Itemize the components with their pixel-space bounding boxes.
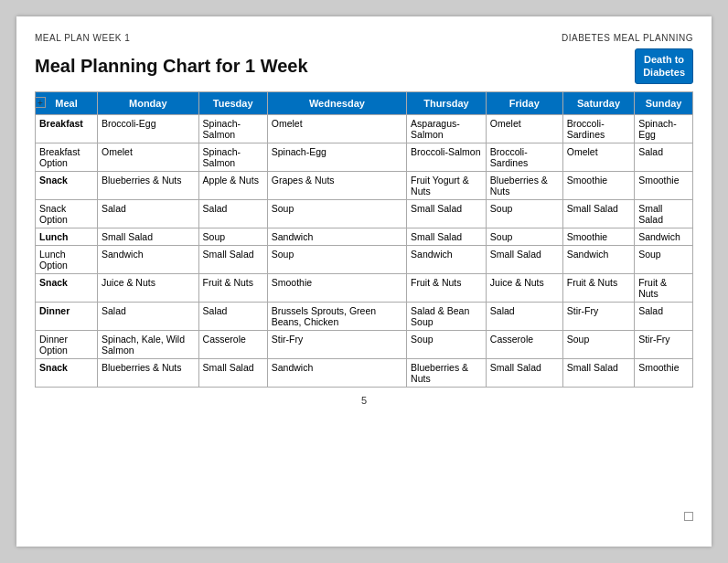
day-cell: Juice & Nuts xyxy=(98,273,199,302)
day-cell: Salad xyxy=(486,302,562,330)
day-cell: Small Salad xyxy=(198,358,267,387)
meal-cell: Snack xyxy=(36,273,98,302)
col-header-thursday: Thursday xyxy=(407,91,487,114)
day-cell: Smoothie xyxy=(267,273,406,302)
day-cell: Blueberries & Nuts xyxy=(98,358,199,387)
day-cell: Casserole xyxy=(486,330,562,358)
day-cell: Fruit & Nuts xyxy=(407,273,487,302)
day-cell: Spinach-Salmon xyxy=(198,114,267,143)
page: MEAL PLAN WEEK 1 DIABETES MEAL PLANNING … xyxy=(16,16,712,547)
meal-cell: Breakfast xyxy=(36,114,98,143)
day-cell: Stir-Fry xyxy=(562,302,634,330)
day-cell: Sandwich xyxy=(98,245,199,273)
day-cell: Soup xyxy=(486,199,562,228)
meal-cell: Dinner xyxy=(36,302,98,330)
day-cell: Small Salad xyxy=(98,228,199,245)
col-header-wednesday: Wednesday xyxy=(267,91,406,114)
expand-icon[interactable]: + xyxy=(35,97,46,108)
table-row: Breakfast OptionOmeletSpinach-SalmonSpin… xyxy=(36,143,693,171)
day-cell: Juice & Nuts xyxy=(486,273,562,302)
day-cell: Brussels Sprouts, Green Beans, Chicken xyxy=(267,302,406,330)
meal-cell: Lunch xyxy=(36,228,98,245)
day-cell: Small Salad xyxy=(198,245,267,273)
day-cell: Salad xyxy=(635,302,693,330)
logo-badge: Death to Diabetes xyxy=(635,48,693,84)
day-cell: Spinach-Salmon xyxy=(198,143,267,171)
day-cell: Smoothie xyxy=(562,228,634,245)
day-cell: Blueberries & Nuts xyxy=(407,358,487,387)
col-header-tuesday: Tuesday xyxy=(198,91,267,114)
day-cell: Small Salad xyxy=(407,199,487,228)
day-cell: Smoothie xyxy=(635,171,693,199)
day-cell: Soup xyxy=(407,330,487,358)
page-number: 5 xyxy=(361,395,367,406)
day-cell: Salad xyxy=(198,302,267,330)
meal-cell: Snack xyxy=(36,171,98,199)
page-title: Meal Planning Chart for 1 Week xyxy=(35,56,308,77)
day-cell: Spinach-Egg xyxy=(635,114,693,143)
day-cell: Salad & Bean Soup xyxy=(407,302,487,330)
day-cell: Soup xyxy=(486,228,562,245)
day-cell: Soup xyxy=(635,245,693,273)
table-row: SnackJuice & NutsFruit & NutsSmoothieFru… xyxy=(36,273,693,302)
day-cell: Broccoli-Salmon xyxy=(407,143,487,171)
header-right: DIABETES MEAL PLANNING xyxy=(562,33,693,43)
day-cell: Sandwich xyxy=(562,245,634,273)
day-cell: Small Salad xyxy=(635,199,693,228)
header-left: MEAL PLAN WEEK 1 xyxy=(35,33,130,43)
day-cell: Fruit & Nuts xyxy=(562,273,634,302)
corner-decoration xyxy=(684,512,693,521)
table-row: Dinner OptionSpinach, Kale, Wild SalmonC… xyxy=(36,330,693,358)
table-row: LunchSmall SaladSoupSandwichSmall SaladS… xyxy=(36,228,693,245)
day-cell: Small Salad xyxy=(407,228,487,245)
col-header-monday: Monday xyxy=(98,91,199,114)
day-cell: Apple & Nuts xyxy=(198,171,267,199)
day-cell: Small Salad xyxy=(486,245,562,273)
day-cell: Fruit Yogurt & Nuts xyxy=(407,171,487,199)
table-header-row: MealMondayTuesdayWednesdayThursdayFriday… xyxy=(36,91,693,114)
day-cell: Smoothie xyxy=(562,171,634,199)
title-row: Meal Planning Chart for 1 Week Death to … xyxy=(35,48,693,84)
page-header: MEAL PLAN WEEK 1 DIABETES MEAL PLANNING xyxy=(35,33,693,43)
col-header-friday: Friday xyxy=(486,91,562,114)
table-row: Lunch OptionSandwichSmall SaladSoupSandw… xyxy=(36,245,693,273)
table-row: BreakfastBroccoli-EggSpinach-SalmonOmele… xyxy=(36,114,693,143)
meal-cell: Breakfast Option xyxy=(36,143,98,171)
table-row: Snack OptionSaladSaladSoupSmall SaladSou… xyxy=(36,199,693,228)
day-cell: Blueberries & Nuts xyxy=(486,171,562,199)
page-footer: 5 xyxy=(35,395,693,406)
day-cell: Soup xyxy=(562,330,634,358)
meal-cell: Lunch Option xyxy=(36,245,98,273)
day-cell: Fruit & Nuts xyxy=(198,273,267,302)
day-cell: Omelet xyxy=(562,143,634,171)
day-cell: Small Salad xyxy=(486,358,562,387)
col-header-sunday: Sunday xyxy=(635,91,693,114)
col-header-saturday: Saturday xyxy=(562,91,634,114)
day-cell: Small Salad xyxy=(562,358,634,387)
day-cell: Grapes & Nuts xyxy=(267,171,406,199)
day-cell: Broccoli-Sardines xyxy=(562,114,634,143)
day-cell: Broccoli-Egg xyxy=(98,114,199,143)
day-cell: Omelet xyxy=(267,114,406,143)
day-cell: Omelet xyxy=(486,114,562,143)
day-cell: Casserole xyxy=(198,330,267,358)
day-cell: Soup xyxy=(267,245,406,273)
day-cell: Sandwich xyxy=(267,358,406,387)
day-cell: Broccoli-Sardines xyxy=(486,143,562,171)
day-cell: Soup xyxy=(267,199,406,228)
day-cell: Soup xyxy=(198,228,267,245)
table-row: SnackBlueberries & NutsApple & NutsGrape… xyxy=(36,171,693,199)
day-cell: Salad xyxy=(98,199,199,228)
meal-cell: Dinner Option xyxy=(36,330,98,358)
day-cell: Salad xyxy=(198,199,267,228)
day-cell: Sandwich xyxy=(267,228,406,245)
day-cell: Stir-Fry xyxy=(635,330,693,358)
day-cell: Salad xyxy=(635,143,693,171)
day-cell: Blueberries & Nuts xyxy=(98,171,199,199)
day-cell: Spinach, Kale, Wild Salmon xyxy=(98,330,199,358)
day-cell: Small Salad xyxy=(562,199,634,228)
day-cell: Fruit & Nuts xyxy=(635,273,693,302)
day-cell: Asparagus-Salmon xyxy=(407,114,487,143)
table-row: DinnerSaladSaladBrussels Sprouts, Green … xyxy=(36,302,693,330)
day-cell: Smoothie xyxy=(635,358,693,387)
